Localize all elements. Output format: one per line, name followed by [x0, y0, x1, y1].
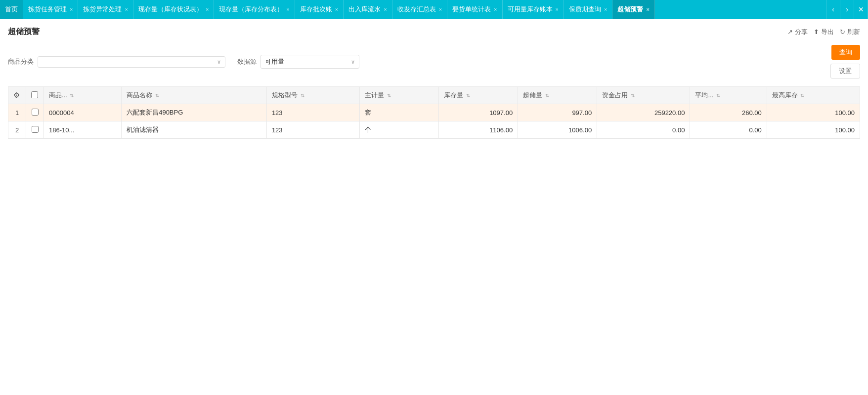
col-maxstock-label: 最高库存 [772, 91, 798, 99]
nav-tab-close-icon[interactable]: × [70, 6, 73, 12]
nav-close-button[interactable]: ✕ [854, 0, 868, 19]
row-spec: 123 [266, 121, 359, 139]
nav-tab-close-icon[interactable]: × [384, 6, 387, 12]
row-stock: 1097.00 [439, 104, 518, 121]
nav-tab-label: 要货单统计表 [452, 5, 491, 14]
datasource-filter: 数据源 可用量 ∨ [237, 55, 359, 69]
table-row: 10000004六配套新昌490BPG123套1097.00997.002592… [8, 104, 860, 121]
nav-tab[interactable]: 超储预警× [612, 0, 654, 19]
query-button[interactable]: 查询 [831, 45, 860, 60]
nav-tab-close-icon[interactable]: × [494, 6, 497, 12]
nav-tab[interactable]: 出入库流水× [344, 0, 392, 19]
row-checkbox-cell [26, 104, 44, 121]
sort-stock-icon: ⇅ [466, 93, 470, 98]
category-filter: 商品分类 ∨ [8, 56, 225, 68]
col-spec[interactable]: 规格型号 ⇅ [266, 87, 359, 104]
nav-tab-label: 拣货异常处理 [83, 5, 122, 14]
row-maxstock: 100.00 [767, 104, 860, 121]
filter-area: 商品分类 ∨ 数据源 可用量 ∨ 查询 设置 [8, 45, 860, 79]
row-checkbox[interactable] [32, 126, 39, 133]
share-icon: ↗ [787, 28, 793, 36]
sort-code-icon: ⇅ [70, 93, 74, 98]
refresh-button[interactable]: ↻ 刷新 [840, 28, 860, 37]
row-overstock: 997.00 [518, 104, 597, 121]
datasource-chevron-icon: ∨ [351, 59, 355, 65]
col-overstock[interactable]: 超储量 ⇅ [518, 87, 597, 104]
row-name: 六配套新昌490BPG [122, 104, 267, 121]
nav-tab-close-icon[interactable]: × [335, 6, 338, 12]
settings-button[interactable]: 设置 [830, 64, 860, 79]
row-stock: 1106.00 [439, 121, 518, 139]
sort-overstock-icon: ⇅ [545, 93, 549, 98]
row-avg: 0.00 [690, 121, 767, 139]
nav-tab[interactable]: 库存批次账× [295, 0, 344, 19]
row-checkbox-cell [26, 121, 44, 139]
nav-tab-close-icon[interactable]: × [206, 6, 209, 12]
col-spec-label: 规格型号 [272, 91, 298, 99]
page-title: 超储预警 [8, 27, 40, 37]
sort-maxstock-icon: ⇅ [800, 93, 804, 98]
category-label: 商品分类 [8, 57, 34, 66]
col-name[interactable]: 商品名称 ⇅ [122, 87, 267, 104]
row-code: 0000004 [44, 104, 122, 121]
nav-next-button[interactable]: › [840, 0, 854, 19]
nav-tab[interactable]: 要货单统计表× [447, 0, 502, 19]
row-capital: 0.00 [597, 121, 690, 139]
datasource-label: 数据源 [237, 57, 257, 66]
row-overstock: 1006.00 [518, 121, 597, 139]
nav-tab-label: 可用量库存账本 [508, 5, 553, 14]
col-maxstock[interactable]: 最高库存 ⇅ [767, 87, 860, 104]
nav-tab-close-icon[interactable]: × [286, 6, 289, 12]
nav-tab-close-icon[interactable]: × [439, 6, 442, 12]
nav-tab[interactable]: 收发存汇总表× [392, 0, 447, 19]
nav-tab-label: 库存批次账 [300, 5, 332, 14]
nav-tab-label: 出入库流水 [348, 5, 381, 14]
nav-tab-close-icon[interactable]: × [556, 6, 559, 12]
page-content: 超储预警 ↗ 分享 ⬆ 导出 ↻ 刷新 商品分类 ∨ 数据源 [0, 19, 868, 395]
nav-tab[interactable]: 现存量（库存状况表）× [133, 0, 214, 19]
col-avg[interactable]: 平均... ⇅ [690, 87, 767, 104]
nav-tab[interactable]: 保质期查询× [564, 0, 612, 19]
nav-tab-label: 收发存汇总表 [397, 5, 436, 14]
datasource-select[interactable]: 可用量 ∨ [260, 55, 359, 69]
nav-tab-label: 现存量（库存状况表） [138, 5, 203, 14]
row-maxstock: 100.00 [767, 121, 860, 139]
nav-tab[interactable]: 可用量库存账本× [503, 0, 564, 19]
nav-tab-label: 保质期查询 [569, 5, 601, 14]
col-unit[interactable]: 主计量 ⇅ [360, 87, 439, 104]
export-button[interactable]: ⬆ 导出 [814, 28, 834, 37]
col-checkbox [26, 87, 44, 104]
col-stock[interactable]: 库存量 ⇅ [439, 87, 518, 104]
col-capital[interactable]: 资金占用 ⇅ [597, 87, 690, 104]
row-capital: 259220.00 [597, 104, 690, 121]
row-unit: 套 [360, 104, 439, 121]
nav-tab-close-icon[interactable]: × [646, 6, 649, 12]
nav-prev-button[interactable]: ‹ [826, 0, 840, 19]
nav-tab-label: 首页 [5, 5, 18, 14]
row-unit: 个 [360, 121, 439, 139]
col-name-label: 商品名称 [127, 91, 152, 99]
category-select[interactable]: ∨ [38, 56, 225, 68]
export-icon: ⬆ [814, 28, 819, 36]
row-name: 机油滤清器 [122, 121, 267, 139]
row-checkbox[interactable] [32, 109, 39, 116]
category-chevron-icon: ∨ [217, 59, 221, 65]
nav-tab[interactable]: 拣货任务管理× [23, 0, 78, 19]
nav-tab-close-icon[interactable]: × [604, 6, 607, 12]
nav-tab-close-icon[interactable]: × [125, 6, 128, 12]
nav-tab-label: 现存量（库存分布表） [219, 5, 283, 14]
col-avg-label: 平均... [695, 91, 713, 99]
share-button[interactable]: ↗ 分享 [787, 28, 808, 37]
nav-tab[interactable]: 拣货异常处理× [78, 0, 133, 19]
col-code[interactable]: 商品... ⇅ [44, 87, 122, 104]
row-avg: 260.00 [690, 104, 767, 121]
refresh-icon: ↻ [840, 28, 845, 36]
table-header: ⚙ 商品... ⇅ 商品名称 ⇅ 规格型号 ⇅ 主计量 [8, 87, 860, 104]
col-capital-label: 资金占用 [602, 91, 628, 99]
nav-tab[interactable]: 现存量（库存分布表）× [214, 0, 295, 19]
gear-icon[interactable]: ⚙ [13, 91, 20, 99]
col-stock-label: 库存量 [444, 91, 463, 99]
top-navigation: 首页拣货任务管理×拣货异常处理×现存量（库存状况表）×现存量（库存分布表）×库存… [0, 0, 868, 19]
select-all-checkbox[interactable] [31, 91, 38, 98]
nav-tab[interactable]: 首页 [0, 0, 23, 19]
